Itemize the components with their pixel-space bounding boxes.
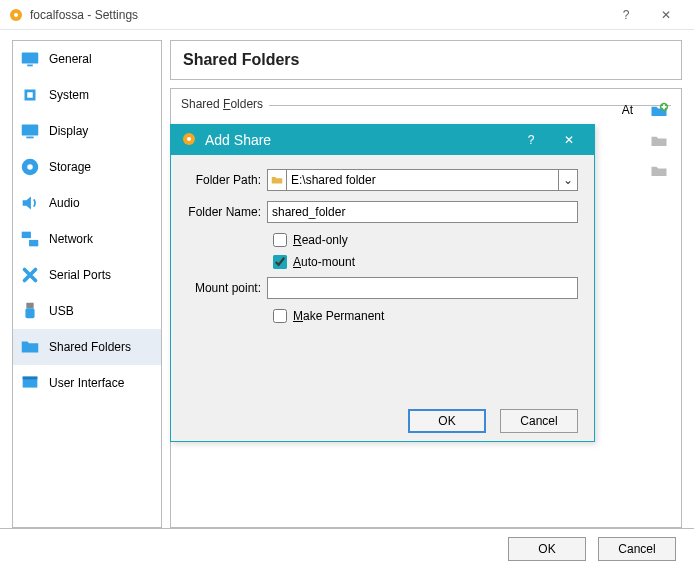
display-icon [19,48,41,70]
folders-toolbar [647,99,673,183]
page-title: Shared Folders [183,51,669,69]
monitor-icon [19,120,41,142]
sidebar-item-label: Storage [49,160,91,174]
sidebar-item-label: Network [49,232,93,246]
sidebar-item-general[interactable]: General [13,41,161,77]
svg-point-18 [187,137,191,141]
column-header-at: At [622,103,633,117]
app-gear-icon [8,7,24,23]
sidebar-item-label: User Interface [49,376,124,390]
section-rule [269,105,671,106]
svg-rect-13 [25,308,34,318]
edit-folder-button[interactable] [647,129,671,153]
folder-path-combobox[interactable]: ⌄ [267,169,578,191]
folder-name-label: Folder Name: [187,205,267,219]
close-button[interactable]: ✕ [646,1,686,29]
gear-icon [181,131,197,150]
sidebar-item-audio[interactable]: Audio [13,185,161,221]
sidebar-item-label: USB [49,304,74,318]
permanent-label: Make Permanent [293,309,384,323]
add-share-title: Add Share [205,132,508,148]
svg-rect-5 [27,92,33,98]
svg-rect-2 [22,53,39,64]
titlebar: focalfossa - Settings ? ✕ [0,0,694,30]
folder-path-label: Folder Path: [187,173,267,187]
section-label: Shared Folders [181,97,671,111]
svg-point-1 [14,13,18,17]
sidebar-item-label: System [49,88,89,102]
add-share-cancel-button[interactable]: Cancel [500,409,578,433]
folder-icon [19,336,41,358]
permanent-checkbox[interactable] [273,309,287,323]
readonly-label: Read-only [293,233,348,247]
settings-cancel-button[interactable]: Cancel [598,537,676,561]
automount-checkbox[interactable] [273,255,287,269]
readonly-checkbox[interactable] [273,233,287,247]
add-share-titlebar: Add Share ? ✕ [171,125,594,155]
usb-icon [19,300,41,322]
sidebar: General System Display Storage Audio Net… [12,40,162,528]
svg-rect-11 [29,240,38,246]
svg-rect-3 [27,65,33,67]
sidebar-item-system[interactable]: System [13,77,161,113]
folder-path-input[interactable] [286,169,559,191]
sidebar-item-network[interactable]: Network [13,221,161,257]
help-button[interactable]: ? [606,1,646,29]
svg-rect-15 [23,377,38,380]
sidebar-item-shared-folders[interactable]: Shared Folders [13,329,161,365]
speaker-icon [19,192,41,214]
sidebar-item-label: Display [49,124,88,138]
add-share-body: Folder Path: ⌄ Folder Name: Read-only [171,155,594,401]
add-share-ok-button[interactable]: OK [408,409,486,433]
sidebar-item-label: Serial Ports [49,268,111,282]
svg-rect-12 [26,303,33,309]
network-icon [19,228,41,250]
svg-rect-7 [26,137,33,139]
serial-icon [19,264,41,286]
automount-label: Auto-mount [293,255,355,269]
remove-folder-button[interactable] [647,159,671,183]
folder-name-input[interactable] [267,201,578,223]
ui-icon [19,372,41,394]
sidebar-item-usb[interactable]: USB [13,293,161,329]
sidebar-item-display[interactable]: Display [13,113,161,149]
sidebar-item-label: Audio [49,196,80,210]
sidebar-item-serial-ports[interactable]: Serial Ports [13,257,161,293]
svg-rect-6 [22,125,39,136]
chip-icon [19,84,41,106]
sidebar-item-label: Shared Folders [49,340,131,354]
settings-ok-button[interactable]: OK [508,537,586,561]
svg-rect-10 [22,232,31,238]
folder-small-icon [268,173,286,187]
sidebar-item-user-interface[interactable]: User Interface [13,365,161,401]
mountpoint-input[interactable] [267,277,578,299]
disk-icon [19,156,41,178]
add-share-close-button[interactable]: ✕ [554,125,584,155]
dialog-button-bar: OK Cancel [0,528,694,568]
mountpoint-label: Mount point: [187,281,267,295]
sidebar-item-storage[interactable]: Storage [13,149,161,185]
sidebar-item-label: General [49,52,92,66]
window-title: focalfossa - Settings [30,8,606,22]
add-share-help-button[interactable]: ? [516,125,546,155]
chevron-down-icon[interactable]: ⌄ [559,173,577,187]
svg-point-9 [27,164,33,170]
add-share-dialog: Add Share ? ✕ Folder Path: ⌄ Folder Name… [170,124,595,442]
add-share-footer: OK Cancel [171,401,594,441]
add-folder-button[interactable] [647,99,671,123]
page-title-box: Shared Folders [170,40,682,80]
